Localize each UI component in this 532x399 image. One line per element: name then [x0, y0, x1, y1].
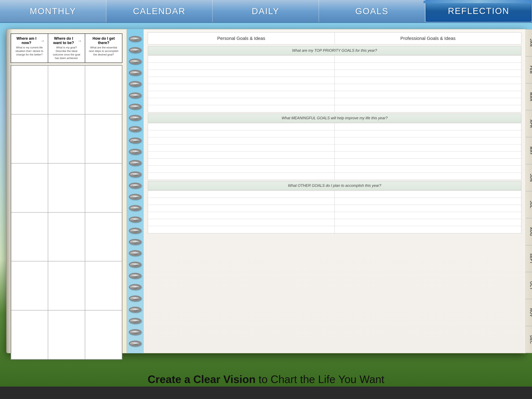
goal-line-personal-priority-3[interactable] [148, 77, 334, 84]
grid-cell-r2-c0[interactable] [11, 163, 48, 212]
arrow-right-2: → [77, 38, 82, 43]
grid-cell-r0-c2[interactable] [85, 65, 122, 114]
goal-line-personal-other-1[interactable] [148, 198, 334, 205]
goal-line-personal-meaningful-5[interactable] [148, 158, 334, 166]
goal-line-professional-meaningful-5[interactable] [335, 158, 521, 166]
grid-cell-r4-c0[interactable] [11, 261, 48, 310]
month-tab-dec[interactable]: DEC [526, 326, 532, 353]
goal-line-personal-meaningful-2[interactable] [148, 137, 334, 145]
goal-line-professional-priority-7[interactable] [335, 105, 521, 112]
month-tab-jul[interactable]: JUL [526, 191, 532, 218]
goal-line-professional-priority-0[interactable] [335, 56, 521, 63]
spiral-ring-25 [129, 318, 141, 324]
goal-line-professional-priority-3[interactable] [335, 77, 521, 84]
grid-cell-r5-c1[interactable] [48, 310, 85, 359]
goal-line-personal-other-2[interactable] [148, 205, 334, 212]
grid-cell-r1-c1[interactable] [48, 114, 85, 163]
goal-line-personal-meaningful-3[interactable] [148, 145, 334, 152]
personal-priority-lines [148, 56, 335, 112]
goal-line-personal-priority-2[interactable] [148, 70, 334, 77]
goal-line-personal-other-4[interactable] [148, 219, 334, 226]
goal-line-personal-meaningful-4[interactable] [148, 152, 334, 158]
goal-line-professional-meaningful-2[interactable] [335, 137, 521, 145]
spiral-ring-26 [129, 329, 141, 335]
goal-line-professional-priority-6[interactable] [335, 98, 521, 105]
month-tabs: JANFEBMARAPRMAYJUNJULAUGSEPTOCTNOVDEC [526, 29, 532, 353]
goal-line-professional-meaningful-0[interactable] [335, 123, 521, 130]
goal-line-personal-priority-4[interactable] [148, 84, 334, 91]
nav-calendar[interactable]: CALENDAR [106, 0, 213, 22]
month-tab-nov[interactable]: NOV [526, 299, 532, 326]
where-am-i-question: Where am I now? → [14, 36, 45, 45]
grid-cell-r5-c2[interactable] [85, 310, 122, 359]
goal-line-professional-other-4[interactable] [335, 219, 521, 226]
goal-line-personal-priority-0[interactable] [148, 56, 334, 63]
goal-line-professional-meaningful-4[interactable] [335, 152, 521, 158]
goal-line-professional-meaningful-7[interactable] [335, 173, 521, 180]
goals-column-headers: Personal Goals & Ideas Professional Goal… [148, 32, 521, 44]
nav-daily[interactable]: DAILY [213, 0, 319, 22]
main-content: Where am I now? → What is my current lif… [0, 23, 532, 386]
goal-line-personal-priority-5[interactable] [148, 91, 334, 98]
grid-cell-r1-c0[interactable] [11, 114, 48, 163]
month-tab-jan[interactable]: JAN [526, 29, 532, 56]
goal-line-professional-other-0[interactable] [335, 191, 521, 198]
goal-line-professional-other-3[interactable] [335, 212, 521, 219]
right-page: Personal Goals & Ideas Professional Goal… [143, 29, 526, 353]
other-goals-grid [148, 190, 521, 233]
goal-line-personal-priority-7[interactable] [148, 105, 334, 112]
goal-line-professional-other-5[interactable] [335, 226, 521, 233]
month-tab-aug[interactable]: AUG [526, 218, 532, 245]
goals-section: Personal Goals & Ideas Professional Goal… [144, 29, 526, 353]
nav-reflection[interactable]: REFLECTION [425, 0, 532, 22]
spiral-ring-15 [129, 205, 141, 211]
month-tab-feb[interactable]: FEB [526, 56, 532, 83]
meaningful-goals-label: What MEANINGFUL GOALS will help improve … [148, 114, 521, 123]
spiral-ring-0 [129, 36, 141, 42]
goal-line-professional-priority-1[interactable] [335, 63, 521, 70]
goal-line-professional-meaningful-1[interactable] [335, 130, 521, 137]
month-tab-may[interactable]: MAY [526, 137, 532, 164]
spiral-ring-5 [129, 93, 141, 98]
month-tab-apr[interactable]: APR [526, 110, 532, 137]
goal-line-professional-priority-5[interactable] [335, 91, 521, 98]
goal-col: Where do I want to be? → What is my goal… [48, 34, 85, 63]
goal-line-personal-priority-1[interactable] [148, 63, 334, 70]
nav-goals[interactable]: GOALS [319, 0, 425, 22]
grid-cell-r4-c2[interactable] [85, 261, 122, 310]
goal-line-personal-priority-6[interactable] [148, 98, 334, 105]
goal-line-personal-meaningful-0[interactable] [148, 123, 334, 130]
grid-cell-r5-c0[interactable] [11, 310, 48, 359]
goal-line-personal-other-5[interactable] [148, 226, 334, 233]
goal-line-personal-meaningful-1[interactable] [148, 130, 334, 137]
month-tab-jun[interactable]: JUN [526, 164, 532, 191]
goal-line-personal-meaningful-6[interactable] [148, 166, 334, 173]
goal-line-personal-other-3[interactable] [148, 212, 334, 219]
goal-line-professional-meaningful-6[interactable] [335, 166, 521, 173]
grid-cell-r3-c0[interactable] [11, 212, 48, 261]
goal-line-personal-meaningful-7[interactable] [148, 173, 334, 180]
where-to-be-sub: What is my goal? Describe the ideal outc… [51, 46, 82, 60]
grid-cell-r3-c2[interactable] [85, 212, 122, 261]
grid-cell-r2-c1[interactable] [48, 163, 85, 212]
goal-line-professional-other-2[interactable] [335, 205, 521, 212]
grid-cell-r0-c0[interactable] [11, 65, 48, 114]
month-tab-oct[interactable]: OCT [526, 272, 532, 299]
goal-line-professional-meaningful-3[interactable] [335, 145, 521, 152]
goal-line-professional-priority-4[interactable] [335, 84, 521, 91]
goal-line-professional-other-1[interactable] [335, 198, 521, 205]
grid-cell-r3-c1[interactable] [48, 212, 85, 261]
goal-line-personal-other-0[interactable] [148, 191, 334, 198]
grid-cell-r1-c2[interactable] [85, 114, 122, 163]
spiral-ring-24 [129, 307, 141, 313]
grid-cell-r0-c1[interactable] [48, 65, 85, 114]
goal-line-professional-priority-2[interactable] [335, 70, 521, 77]
grid-cell-r2-c2[interactable] [85, 163, 122, 212]
month-tab-mar[interactable]: MAR [526, 83, 532, 110]
spiral-ring-2 [129, 59, 141, 64]
spiral-ring-10 [129, 149, 141, 155]
nav-monthly[interactable]: MONTHLY [0, 0, 106, 22]
month-tab-sept[interactable]: SEPT [526, 245, 532, 272]
grid-cell-r4-c1[interactable] [48, 261, 85, 310]
spiral-ring-14 [129, 194, 141, 200]
